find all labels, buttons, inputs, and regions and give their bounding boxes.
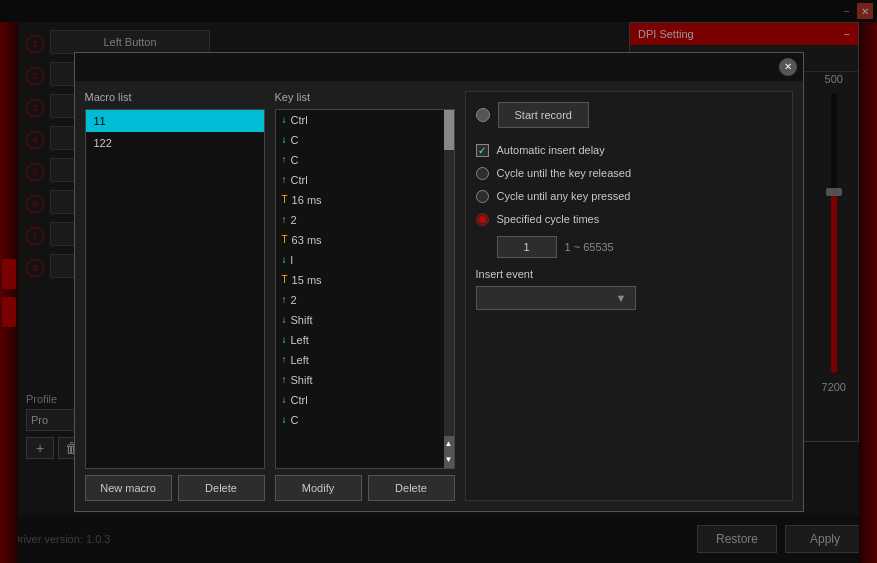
dialog-overlay: ✕ Macro list 11 122 New macro Delete	[0, 0, 877, 563]
key-list-title: Key list	[275, 91, 455, 103]
key-item-15: ↓C	[276, 410, 454, 430]
new-macro-button[interactable]: New macro	[85, 475, 172, 501]
auto-insert-label: Automatic insert delay	[497, 144, 605, 156]
start-record-button[interactable]: Start record	[498, 102, 589, 128]
key-item-13: ↑Shift	[276, 370, 454, 390]
cycle-times-input[interactable]	[497, 236, 557, 258]
key-item-6: T63 ms	[276, 230, 454, 250]
key-item-14: ↓Ctrl	[276, 390, 454, 410]
delete-macro-button[interactable]: Delete	[178, 475, 265, 501]
key-list: ↓Ctrl ↓C ↑C ↑Ctrl T16 ms ↑2 T63 ms ↓l T1…	[275, 109, 455, 469]
auto-insert-checkbox[interactable]: ✓	[476, 144, 489, 157]
key-item-10: ↓Shift	[276, 310, 454, 330]
key-arrow-0: ↓	[282, 114, 287, 125]
app-window: − ✕ 1 Left Button 2 Right Button 3 Middl…	[0, 0, 877, 563]
specified-cycle-radio[interactable]	[476, 213, 489, 226]
key-item-9: ↑2	[276, 290, 454, 310]
macro-item-11[interactable]: 11	[86, 110, 264, 132]
key-arrow-2: ↑	[282, 154, 287, 165]
macro-list-title: Macro list	[85, 91, 265, 103]
key-item-12: ↑Left	[276, 350, 454, 370]
key-list-panel: Key list ↓Ctrl ↓C ↑C ↑Ctrl T16 ms ↑2 T63…	[275, 91, 455, 501]
key-item-0: ↓Ctrl	[276, 110, 454, 130]
key-panel-buttons: Modify Delete	[275, 475, 455, 501]
key-arrow-12: ↑	[282, 354, 287, 365]
key-scroll-bar[interactable]: ▲ ▼	[444, 110, 454, 468]
delete-key-button[interactable]: Delete	[368, 475, 455, 501]
key-item-1: ↓C	[276, 130, 454, 150]
key-arrow-11: ↓	[282, 334, 287, 345]
key-arrow-7: ↓	[282, 254, 287, 265]
key-arrow-13: ↑	[282, 374, 287, 385]
key-item-8: T15 ms	[276, 270, 454, 290]
auto-insert-row: ✓ Automatic insert delay	[476, 144, 782, 157]
cycle-times-row: 1 ~ 65535	[497, 236, 782, 258]
specified-cycle-label: Specified cycle times	[497, 213, 600, 225]
key-arrow-5: ↑	[282, 214, 287, 225]
key-arrow-9: ↑	[282, 294, 287, 305]
macro-panel-buttons: New macro Delete	[85, 475, 265, 501]
key-item-3: ↑Ctrl	[276, 170, 454, 190]
scroll-arrow-down[interactable]: ▼	[444, 452, 454, 468]
key-arrow-14: ↓	[282, 394, 287, 405]
scroll-arrow-up[interactable]: ▲	[444, 436, 454, 452]
radio-dot-icon	[479, 216, 486, 223]
key-scroll-thumb[interactable]	[444, 110, 454, 150]
macro-dialog-header: ✕	[75, 53, 803, 81]
cycle-released-label: Cycle until the key released	[497, 167, 632, 179]
cycle-any-radio[interactable]	[476, 190, 489, 203]
macro-item-122[interactable]: 122	[86, 132, 264, 154]
macro-dialog: ✕ Macro list 11 122 New macro Delete	[74, 52, 804, 512]
modify-key-button[interactable]: Modify	[275, 475, 362, 501]
macro-list: 11 122	[85, 109, 265, 469]
cycle-released-radio[interactable]	[476, 167, 489, 180]
key-arrow-8: T	[282, 274, 288, 285]
key-item-2: ↑C	[276, 150, 454, 170]
key-arrow-4: T	[282, 194, 288, 205]
record-top: Start record	[476, 102, 782, 128]
record-panel: Start record ✓ Automatic insert delay Cy…	[465, 91, 793, 501]
key-item-5: ↑2	[276, 210, 454, 230]
key-arrow-3: ↑	[282, 174, 287, 185]
key-list-scroll[interactable]: ↓Ctrl ↓C ↑C ↑Ctrl T16 ms ↑2 T63 ms ↓l T1…	[276, 110, 454, 468]
key-arrow-1: ↓	[282, 134, 287, 145]
cycle-any-row: Cycle until any key pressed	[476, 190, 782, 203]
key-item-7: ↓l	[276, 250, 454, 270]
cycle-range-label: 1 ~ 65535	[565, 241, 614, 253]
record-indicator	[476, 108, 490, 122]
macro-close-button[interactable]: ✕	[779, 58, 797, 76]
checkbox-check-icon: ✓	[478, 145, 486, 156]
key-arrow-10: ↓	[282, 314, 287, 325]
macro-dialog-body: Macro list 11 122 New macro Delete Key l…	[75, 81, 803, 511]
dropdown-arrow-icon: ▼	[616, 292, 627, 304]
insert-event-label: Insert event	[476, 268, 782, 280]
specified-cycle-row: Specified cycle times	[476, 213, 782, 226]
cycle-any-label: Cycle until any key pressed	[497, 190, 631, 202]
insert-event-dropdown[interactable]: ▼	[476, 286, 636, 310]
key-arrow-15: ↓	[282, 414, 287, 425]
key-item-11: ↓Left	[276, 330, 454, 350]
cycle-released-row: Cycle until the key released	[476, 167, 782, 180]
key-arrow-6: T	[282, 234, 288, 245]
macro-list-panel: Macro list 11 122 New macro Delete	[85, 91, 265, 501]
key-item-4: T16 ms	[276, 190, 454, 210]
